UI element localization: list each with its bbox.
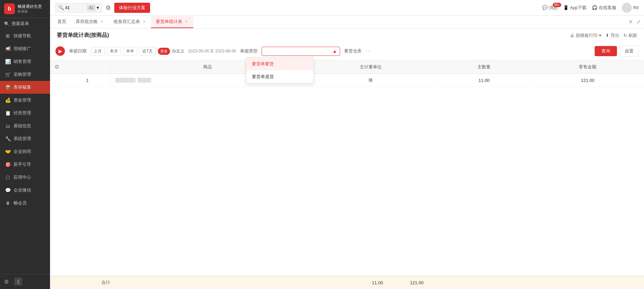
- tab-receivable-summary-close[interactable]: ×: [142, 19, 146, 24]
- sales-icon: 📊: [5, 59, 11, 65]
- filter-expand-button[interactable]: ▶: [55, 46, 65, 56]
- sidebar-item-system[interactable]: 🔧 系统管理: [0, 132, 50, 145]
- sidebar-item-enterprise[interactable]: 🤝 企业协同: [0, 145, 50, 158]
- data-table: ⚙ 商品 主计量单位 主数量 零售金额 1: [50, 60, 644, 87]
- trial-industry-button[interactable]: 体验行业方案: [114, 3, 150, 13]
- dropdown-item-purchase-return[interactable]: 要货单退货: [246, 70, 313, 83]
- print-button[interactable]: 🖨 按模板打印 ▾: [570, 32, 601, 39]
- refresh-icon: ↻: [623, 33, 627, 38]
- online-service-button[interactable]: 🎧 在线客服: [592, 5, 616, 11]
- footer-quantity: 11.00: [372, 280, 383, 285]
- row-seq: 1: [64, 74, 111, 87]
- sidebar-item-purchase[interactable]: 🛒 采购管理: [0, 68, 50, 81]
- dropdown-item-purchase-order[interactable]: 要货单要货: [246, 58, 313, 70]
- settings-icon[interactable]: ⚙: [4, 279, 9, 285]
- sidebar-item-label: 采购管理: [14, 71, 31, 77]
- purchase-icon: 🛒: [5, 71, 11, 77]
- tab-order-stats[interactable]: 要货单统计表 ×: [151, 16, 193, 28]
- tab-order-stats-close[interactable]: ×: [184, 19, 189, 24]
- tab-inventory-batch-label: 库存批次账: [76, 19, 98, 25]
- user-avatar[interactable]: Rit: [622, 3, 639, 13]
- app-sub: 标准版: [18, 9, 42, 14]
- sidebar-item-wechat[interactable]: 💬 企业微信: [0, 184, 50, 197]
- date-last-month[interactable]: 上月: [91, 47, 105, 55]
- sidebar-item-operations[interactable]: 📋 经营管理: [0, 107, 50, 119]
- refresh-label: 刷新: [628, 32, 637, 39]
- sidebar-item-sales[interactable]: 📊 销售管理: [0, 55, 50, 68]
- sidebar-item-label: 畅会员: [14, 200, 27, 206]
- search-icon: 🔍: [4, 21, 9, 26]
- sidebar-bottom: ⚙ ⟪: [0, 274, 50, 289]
- table-footer: 合计 11.00 121.00: [50, 276, 644, 289]
- query-button[interactable]: 查询: [595, 46, 617, 56]
- date-this-month[interactable]: 本月: [107, 47, 121, 55]
- app-download-button[interactable]: 📱 App下载: [563, 5, 587, 11]
- type-dropdown: 要货单要货 要货单退货: [246, 57, 314, 84]
- type-label: 单据类型: [240, 48, 258, 54]
- sidebar-item-quick-nav[interactable]: ⊞ 快捷导航: [0, 29, 50, 42]
- date-custom[interactable]: 自定义: [172, 48, 184, 54]
- date-last-7-days[interactable]: 近7天: [139, 47, 156, 55]
- topbar-settings-icon[interactable]: ⚙: [105, 4, 111, 12]
- topbar-search[interactable]: 🔍 41 ▾: [55, 3, 102, 13]
- tab-close-all-icon[interactable]: ✕: [628, 18, 634, 26]
- type-input-wrap: ▲: [262, 47, 340, 56]
- sidebar-collapse-button[interactable]: ⟪: [14, 277, 22, 286]
- tab-inventory-batch[interactable]: 库存批次账 ×: [71, 16, 109, 28]
- type-chevron-icon[interactable]: ▲: [330, 48, 340, 54]
- sidebar-item-marketing[interactable]: 📢 营销推广: [0, 42, 50, 55]
- system-icon: 🔧: [5, 136, 11, 142]
- footer-label: 合计: [88, 280, 156, 286]
- sidebar-item-basic[interactable]: 🗂 基础信息: [0, 119, 50, 132]
- messages-button[interactable]: 💬 消息 99+: [542, 5, 558, 11]
- sidebar-item-label: 资金管理: [14, 97, 31, 103]
- tab-inventory-batch-close[interactable]: ×: [100, 19, 104, 24]
- filter-actions: 查询 设置: [595, 46, 639, 57]
- date-range: 2023-05-06 至 2023-06-06: [188, 48, 236, 54]
- sidebar-item-finance[interactable]: 💰 资金管理: [0, 94, 50, 107]
- sidebar-item-label: 经营管理: [14, 110, 31, 116]
- collapse-icon: ⟪: [17, 279, 20, 284]
- column-settings-icon[interactable]: ⚙: [54, 64, 59, 70]
- sidebar-search[interactable]: 🔍 搜索菜单: [0, 18, 50, 29]
- page-header: 要货单统计表(按商品) 🖨 按模板打印 ▾ ⬆ 导出 ↻ 刷新: [50, 28, 644, 42]
- tab-receivable-summary[interactable]: 收发存汇总表 ×: [109, 16, 151, 28]
- row-amount: 121.00: [531, 74, 644, 87]
- date-this-year[interactable]: 本年: [123, 47, 137, 55]
- topbar-search-input[interactable]: [65, 5, 86, 10]
- refresh-button[interactable]: ↻ 刷新: [623, 32, 637, 39]
- sidebar-item-label: 新手引导: [14, 161, 31, 168]
- page-title: 要货单统计表(按商品): [57, 32, 109, 39]
- type-input[interactable]: [262, 47, 330, 55]
- th-unit: 主计量单位: [304, 60, 437, 74]
- print-label: 按模板打印: [576, 32, 598, 39]
- warehouse-dots[interactable]: ···: [366, 48, 370, 54]
- print-icon: 🖨: [570, 33, 574, 38]
- sidebar-item-appstore[interactable]: ⬡ 应用中心: [0, 171, 50, 184]
- th-settings: ⚙: [50, 60, 64, 74]
- tab-home[interactable]: 首页: [53, 16, 71, 28]
- user-name: Rit: [633, 5, 639, 10]
- filter-settings-button[interactable]: 设置: [620, 46, 639, 57]
- date-more-tag[interactable]: 更多: [158, 48, 170, 55]
- appstore-icon: ⬡: [5, 174, 11, 180]
- sidebar-item-inventory[interactable]: 📦 库存核算: [0, 81, 50, 94]
- sidebar-item-label: 企业微信: [14, 187, 31, 193]
- tab-expand-icon[interactable]: ⤢: [636, 18, 641, 26]
- table-row: 1 块 11.00 121.00: [50, 74, 644, 87]
- search-icon: 🔍: [58, 5, 64, 10]
- avatar: [622, 3, 632, 13]
- tabbar: 首页 库存批次账 × 收发存汇总表 × 要货单统计表 × ✕ ⤢: [50, 16, 644, 28]
- topbar-left: 🔍 41 ▾ ⚙ 体验行业方案: [55, 3, 542, 13]
- tabbar-actions: ✕ ⤢: [628, 18, 641, 26]
- search-count-badge: 41: [87, 5, 95, 11]
- export-label: 导出: [611, 32, 619, 39]
- sidebar-item-guide[interactable]: 🎯 新手引导: [0, 158, 50, 171]
- export-button[interactable]: ⬆ 导出: [605, 32, 619, 39]
- sidebar-item-vip[interactable]: ♛ 畅会员: [0, 197, 50, 209]
- th-seq: [64, 60, 111, 74]
- app-logo-icon: b: [4, 3, 15, 14]
- topbar-right: 💬 消息 99+ 📱 App下载 🎧 在线客服 Rit: [542, 3, 639, 13]
- product-code-placeholder: [138, 78, 151, 83]
- basic-icon: 🗂: [5, 123, 11, 129]
